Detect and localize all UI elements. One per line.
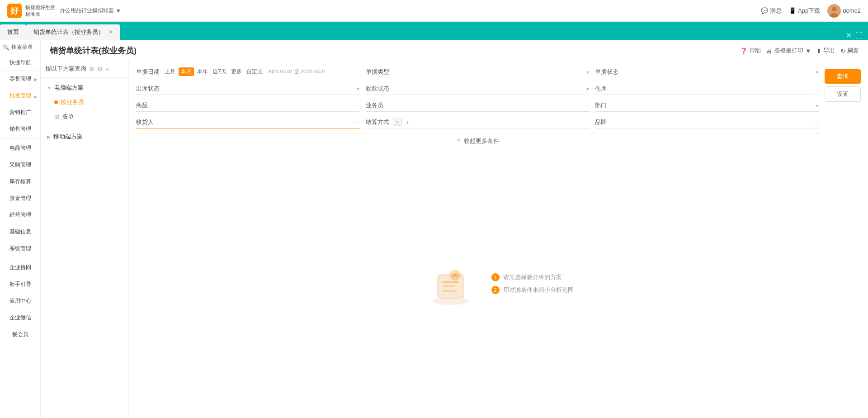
salesperson-label: 业务员 xyxy=(366,101,383,109)
message-button[interactable]: 💬 消息 xyxy=(761,7,782,15)
panel-scheme-order[interactable]: ⊞ 按单 xyxy=(41,109,128,124)
tab-close-window-icon[interactable]: ✕ xyxy=(846,31,852,40)
sidebar-item-finance[interactable]: 资金管理 xyxy=(0,190,40,207)
out-status-label: 出库状态 xyxy=(136,85,160,93)
receiver-input[interactable] xyxy=(157,119,351,126)
goods-label: 商品 xyxy=(136,101,148,109)
receiver-label: 收货人 xyxy=(136,118,154,126)
date-shortcut-this-year[interactable]: 本年 xyxy=(196,67,209,76)
download-icon: 📱 xyxy=(789,7,796,14)
salesperson-input[interactable] xyxy=(387,102,581,109)
export-button[interactable]: ⬆ 导出 xyxy=(816,47,835,55)
brand-dots[interactable]: ··· xyxy=(814,119,819,126)
date-shortcuts: 上月 本月 本年 近7天 更多 自定义 2023-03-01 至 2023-03… xyxy=(163,67,326,76)
filter-receiver: 收货人 ··· xyxy=(136,116,360,128)
sidebar-label-sales: 销售管理 xyxy=(9,125,31,133)
sidebar-item-operations[interactable]: 经营管理 xyxy=(0,207,40,223)
department-dropdown-icon[interactable] xyxy=(815,102,819,109)
tab-sales-stat[interactable]: 销货单统计表（按业务员） ✕ xyxy=(26,24,120,40)
main-layout: 🔍 搜索菜单 快捷导航 零售管理 ▶ 批发管理 ▲ 营销推广 销售管理 电商管理… xyxy=(0,40,868,418)
query-button[interactable]: 查询 xyxy=(825,69,861,84)
warehouse-dots[interactable]: ··· xyxy=(814,85,819,92)
panel-pc-schemes[interactable]: ▼ 电脑端方案 xyxy=(41,81,128,95)
user-avatar[interactable]: demo2 xyxy=(827,4,861,18)
page-actions: ❓ 帮助 🖨 按模板打印 ▼ ⬆ 导出 ↻ 刷新 xyxy=(740,47,859,55)
panel-scheme-salesperson[interactable]: 按业务员 xyxy=(41,95,128,109)
doc-status-input[interactable] xyxy=(622,68,811,75)
payment-dropdown-icon[interactable] xyxy=(406,119,410,125)
doc-type-dropdown-icon[interactable] xyxy=(585,69,590,75)
print-button[interactable]: 🖨 按模板打印 ▼ xyxy=(766,47,811,55)
message-icon: 💬 xyxy=(761,7,768,14)
date-shortcut-custom[interactable]: 自定义 xyxy=(245,67,264,76)
filter-area: 单据日期 上月 本月 本年 近7天 更多 自定义 2023-03-01 至 20… xyxy=(129,60,868,149)
sidebar-item-enterprise[interactable]: 企业协同 xyxy=(0,259,40,276)
warehouse-input[interactable] xyxy=(610,86,810,92)
tab-maximize-icon[interactable]: ⛶ xyxy=(855,32,863,40)
sidebar-quick-nav[interactable]: 快捷导航 xyxy=(0,55,40,71)
export-icon: ⬆ xyxy=(816,48,821,54)
help-button[interactable]: ❓ 帮助 xyxy=(740,47,761,55)
salesperson-dots[interactable]: ··· xyxy=(585,102,590,109)
payment-tag-clear[interactable]: × xyxy=(396,119,399,125)
brand-input[interactable] xyxy=(610,119,810,126)
date-shortcut-7days[interactable]: 近7天 xyxy=(211,67,228,76)
main-right: 单据日期 上月 本月 本年 近7天 更多 自定义 2023-03-01 至 20… xyxy=(129,60,868,418)
sidebar-label-enterprise: 企业协同 xyxy=(9,264,31,271)
chevron-up-icon: ⌃ xyxy=(456,138,461,145)
settings-scheme-button[interactable]: ⚙ xyxy=(97,65,103,72)
recv-status-dropdown-icon[interactable] xyxy=(585,86,590,92)
goods-input[interactable] xyxy=(151,102,351,109)
sidebar-label-retail: 零售管理 xyxy=(9,75,31,83)
refresh-button[interactable]: ↻ 刷新 xyxy=(840,47,859,55)
date-label: 单据日期 xyxy=(136,68,160,76)
doc-status-dropdown-icon[interactable] xyxy=(815,69,819,75)
sidebar-item-sales[interactable]: 销售管理 xyxy=(0,121,40,138)
header-left: 好 畅捷通好生意 标准版 办公用品行业模拟账套 ▼ xyxy=(7,4,121,18)
panel-mobile-schemes[interactable]: ▶ 移动端方案 xyxy=(41,129,128,144)
sidebar-item-inventory[interactable]: 库存核算 xyxy=(0,173,40,190)
app-download-button[interactable]: 📱 App下载 xyxy=(789,7,820,15)
out-status-dropdown-icon[interactable] xyxy=(356,86,360,92)
collapse-panel-button[interactable]: « xyxy=(106,65,109,72)
sidebar-label-wholesale: 批发管理 xyxy=(9,92,31,100)
doc-type-input[interactable] xyxy=(393,68,582,75)
tip-number-2: 2 xyxy=(491,286,500,294)
active-dot-icon xyxy=(54,100,58,104)
recv-status-input[interactable] xyxy=(393,86,582,92)
settings-button[interactable]: 设置 xyxy=(825,86,861,102)
sidebar-label-basic: 基础信息 xyxy=(9,228,31,236)
sidebar-item-wechat[interactable]: 企业微信 xyxy=(0,309,40,326)
empty-tips: 1 请先选择要分析的方案 2 用过滤条件来缩小分析范围 xyxy=(491,273,574,294)
collapse-button[interactable]: ⌃ 收起更多条件 xyxy=(136,133,819,149)
add-scheme-button[interactable]: ⊕ xyxy=(89,65,94,72)
sidebar-item-marketing[interactable]: 营销推广 xyxy=(0,104,40,121)
sidebar-item-purchase[interactable]: 采购管理 xyxy=(0,157,40,173)
recv-status-label: 收款状态 xyxy=(366,85,389,93)
sidebar-item-app[interactable]: 应用中心 xyxy=(0,293,40,309)
date-shortcut-last-month[interactable]: 上月 xyxy=(163,67,177,76)
chevron-right-icon: ▶ xyxy=(34,76,38,81)
tab-close-icon[interactable]: ✕ xyxy=(108,29,113,35)
goods-dots[interactable]: ··· xyxy=(355,102,360,109)
date-shortcut-this-month[interactable]: 本月 xyxy=(179,67,194,76)
department-input[interactable] xyxy=(610,102,811,109)
svg-rect-7 xyxy=(443,285,455,287)
payment-label: 结算方式 xyxy=(366,118,389,126)
sidebar-item-ecommerce[interactable]: 电商管理 xyxy=(0,140,40,157)
out-status-input[interactable] xyxy=(163,86,353,92)
sidebar-item-member[interactable]: 畅会员 xyxy=(0,326,40,343)
date-shortcut-more[interactable]: 更多 xyxy=(230,67,243,76)
sidebar-item-retail[interactable]: 零售管理 ▶ xyxy=(0,71,40,87)
receiver-dots[interactable]: ··· xyxy=(355,119,360,126)
sidebar-item-wholesale[interactable]: 批发管理 ▲ xyxy=(0,87,40,104)
refresh-icon: ↻ xyxy=(840,48,845,54)
sidebar-item-system[interactable]: 系统管理 xyxy=(0,240,40,257)
tab-home[interactable]: 首页 xyxy=(0,24,26,40)
page-title: 销货单统计表(按业务员) xyxy=(50,45,137,56)
sidebar-search[interactable]: 🔍 搜索菜单 xyxy=(0,40,40,55)
filter-payment: 结算方式 × xyxy=(366,116,590,128)
sidebar-item-newbie[interactable]: 新手引导 xyxy=(0,276,40,293)
app-selector[interactable]: 办公用品行业模拟账套 ▼ xyxy=(60,7,121,14)
sidebar-item-basic[interactable]: 基础信息 xyxy=(0,223,40,240)
